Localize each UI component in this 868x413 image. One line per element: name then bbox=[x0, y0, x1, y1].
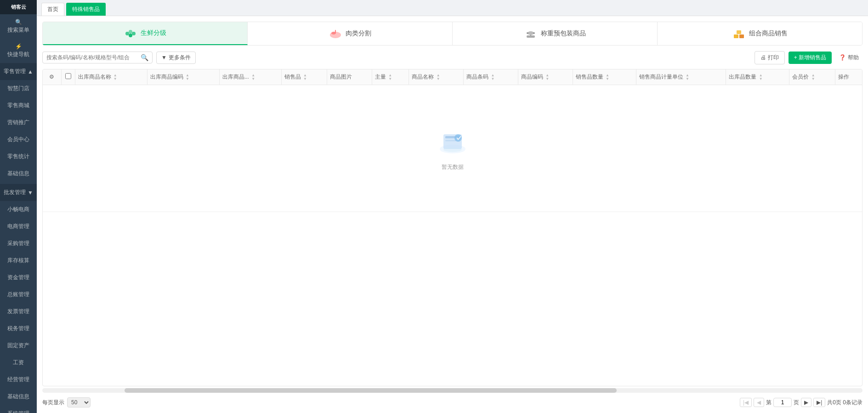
chevron-down-icon: ▼ bbox=[28, 189, 33, 196]
page-content: 生鲜分级 肉类分割 bbox=[37, 16, 868, 413]
sidebar-item-ecom-mgmt[interactable]: 电商管理 bbox=[0, 218, 37, 235]
sidebar-item-purchase-label: 采购管理 bbox=[7, 240, 29, 247]
sidebar-item-invoice[interactable]: 发票管理 bbox=[0, 303, 37, 320]
empty-text: 暂无数据 bbox=[442, 163, 464, 171]
sidebar-logo: 销客云 bbox=[0, 0, 37, 14]
last-page-button[interactable]: ▶| bbox=[813, 398, 825, 407]
empty-row: 暂无数据 bbox=[43, 85, 862, 212]
sidebar-item-fund-label: 资金管理 bbox=[7, 274, 29, 281]
sidebar-item-ecom-small[interactable]: 小畅电商 bbox=[0, 201, 37, 218]
sidebar-item-marketing[interactable]: 营销推广 bbox=[0, 114, 37, 131]
quicknav-icon: ⚡ bbox=[15, 43, 22, 50]
sort-goods-name-icon[interactable]: ▲▼ bbox=[437, 74, 440, 81]
print-label: 打印 bbox=[768, 54, 779, 62]
sort-out-name-icon[interactable]: ▲▼ bbox=[113, 74, 117, 81]
sort-goods-code-icon[interactable]: ▲▼ bbox=[545, 74, 549, 81]
horizontal-scrollbar[interactable] bbox=[42, 388, 862, 393]
sidebar-item-retail-stats[interactable]: 零售统计 bbox=[0, 148, 37, 165]
sidebar-item-retail-mall[interactable]: 零售商城 bbox=[0, 97, 37, 114]
sidebar-item-salary-label: 工资 bbox=[13, 359, 24, 367]
category-card-weigh[interactable]: 称重预包装商品 bbox=[453, 22, 658, 45]
data-table: ⚙ 出库商品名称 ▲▼ 出库商品编码 ▲▼ 出库 bbox=[42, 69, 862, 386]
sort-out-spec-icon[interactable]: ▲▼ bbox=[251, 74, 255, 81]
sort-out-code-icon[interactable]: ▲▼ bbox=[186, 74, 189, 81]
sidebar-item-system-label: 系统管理 bbox=[7, 410, 29, 413]
next-page-button[interactable]: ▶ bbox=[801, 398, 811, 407]
search-icon[interactable]: 🔍 bbox=[141, 54, 148, 61]
sidebar-item-tax[interactable]: 税务管理 bbox=[0, 320, 37, 337]
empty-state-icon bbox=[434, 126, 471, 158]
sort-sale-item-icon[interactable]: ▲▼ bbox=[303, 74, 307, 81]
svg-point-19 bbox=[454, 134, 462, 142]
sort-main-icon[interactable]: ▲▼ bbox=[388, 74, 392, 81]
th-out-code: 出库商品编码 ▲▼ bbox=[147, 69, 219, 85]
th-gear[interactable]: ⚙ bbox=[43, 69, 61, 85]
sidebar-item-inventory[interactable]: 库存核算 bbox=[0, 252, 37, 269]
header-tabs: 首页 特殊销售品 bbox=[37, 0, 868, 16]
page-unit: 页 bbox=[794, 399, 799, 407]
tab-special-sales[interactable]: 特殊销售品 bbox=[66, 3, 106, 16]
empty-state-cell: 暂无数据 bbox=[43, 85, 862, 212]
sidebar-item-fixed-assets[interactable]: 固定资产 bbox=[0, 337, 37, 354]
search-box[interactable]: 🔍 bbox=[42, 52, 153, 63]
sort-out-qty-icon[interactable]: ▲▼ bbox=[759, 74, 763, 81]
product-table: ⚙ 出库商品名称 ▲▼ 出库商品编码 ▲▼ 出库 bbox=[43, 69, 862, 212]
sidebar-item-ledger[interactable]: 总账管理 bbox=[0, 286, 37, 303]
sidebar-item-quicknav[interactable]: ⚡ 快捷导航 bbox=[0, 39, 37, 63]
weigh-label: 称重预包装商品 bbox=[541, 29, 586, 38]
th-checkbox[interactable] bbox=[61, 69, 75, 85]
sidebar-item-retail-mgmt[interactable]: 零售管理 ▲ bbox=[0, 63, 37, 80]
select-all-checkbox[interactable] bbox=[65, 73, 71, 79]
sidebar-item-basic-info-2-label: 基础信息 bbox=[7, 393, 29, 401]
empty-state: 暂无数据 bbox=[45, 89, 859, 208]
sidebar-item-purchase[interactable]: 采购管理 bbox=[0, 235, 37, 252]
category-card-combo[interactable]: 组合商品销售 bbox=[658, 22, 862, 45]
search-input[interactable] bbox=[46, 54, 141, 61]
prev-page-button[interactable]: ◀ bbox=[754, 398, 764, 407]
retail-mgmt-label: 零售管理 bbox=[4, 68, 26, 75]
sidebar-item-ledger-label: 总账管理 bbox=[7, 291, 29, 298]
print-button[interactable]: 🖨 打印 bbox=[755, 51, 785, 64]
sidebar-item-wholesale[interactable]: 批发管理 ▼ bbox=[0, 184, 37, 201]
th-sale-qty: 销售品数量 ▲▼ bbox=[573, 69, 636, 85]
category-card-fresh[interactable]: 生鲜分级 bbox=[43, 22, 248, 45]
th-action: 操作 bbox=[835, 69, 862, 85]
weigh-icon bbox=[524, 28, 537, 39]
svg-point-0 bbox=[125, 32, 129, 35]
sidebar-item-smart-store[interactable]: 智慧门店 bbox=[0, 80, 37, 97]
sidebar-item-system[interactable]: 系统管理 bbox=[0, 405, 37, 413]
filter-button[interactable]: ▼ 更多条件 bbox=[156, 52, 196, 64]
th-barcode: 商品条码 ▲▼ bbox=[464, 69, 518, 85]
first-page-button[interactable]: |◀ bbox=[740, 398, 752, 407]
svg-point-11 bbox=[533, 32, 535, 34]
sidebar-item-search[interactable]: 🔍 搜索菜单 bbox=[0, 14, 37, 39]
help-button[interactable]: ❓ 帮助 bbox=[835, 52, 862, 64]
sidebar-item-fixed-assets-label: 固定资产 bbox=[7, 342, 29, 350]
sidebar-item-search-label: 搜索菜单 bbox=[7, 26, 29, 34]
sidebar-item-operations[interactable]: 经营管理 bbox=[0, 371, 37, 388]
tab-home[interactable]: 首页 bbox=[41, 3, 64, 16]
sort-sale-qty-icon[interactable]: ▲▼ bbox=[606, 74, 609, 81]
sidebar-item-salary[interactable]: 工资 bbox=[0, 354, 37, 371]
sort-sale-unit-icon[interactable]: ▲▼ bbox=[686, 74, 689, 81]
pagination-left: 每页显示 50 20 100 bbox=[42, 397, 91, 407]
sidebar-item-basic-info-2[interactable]: 基础信息 bbox=[0, 388, 37, 405]
sidebar-item-member[interactable]: 会员中心 bbox=[0, 131, 37, 148]
th-goods-name: 商品名称 ▲▼ bbox=[409, 69, 464, 85]
th-main: 主量 ▲▼ bbox=[372, 69, 408, 85]
page-size-select[interactable]: 50 20 100 bbox=[67, 397, 91, 407]
page-number-input[interactable] bbox=[773, 398, 792, 407]
sort-member-price-icon[interactable]: ▲▼ bbox=[811, 74, 815, 81]
add-product-button[interactable]: + 新增销售品 bbox=[789, 52, 832, 64]
table-header-row: ⚙ 出库商品名称 ▲▼ 出库商品编码 ▲▼ 出库 bbox=[43, 69, 862, 85]
sidebar-item-basic-info-1[interactable]: 基础信息 bbox=[0, 165, 37, 182]
sidebar-item-ecom-mgmt-label: 电商管理 bbox=[7, 223, 29, 230]
category-card-meat[interactable]: 肉类分割 bbox=[248, 22, 453, 45]
sidebar-item-inventory-label: 库存核算 bbox=[7, 257, 29, 264]
scrollbar-thumb[interactable] bbox=[125, 388, 617, 393]
pagination-right: |◀ ◀ 第 页 ▶ ▶| 共0页 0条记录 bbox=[740, 398, 862, 407]
sidebar-item-fund[interactable]: 资金管理 bbox=[0, 269, 37, 286]
th-out-spec: 出库商品... ▲▼ bbox=[219, 69, 281, 85]
main-content: 首页 特殊销售品 生鲜分级 bbox=[37, 0, 868, 413]
sort-barcode-icon[interactable]: ▲▼ bbox=[491, 74, 494, 81]
